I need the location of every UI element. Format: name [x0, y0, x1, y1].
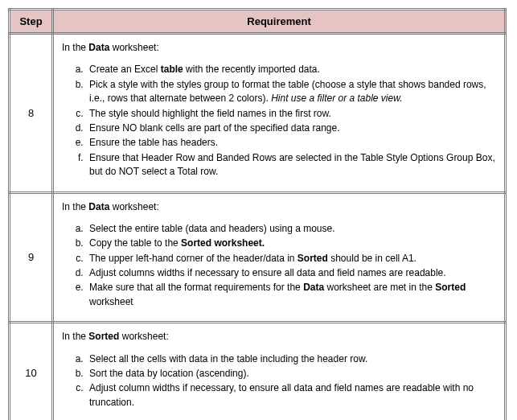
step-number: 8	[10, 34, 53, 193]
requirement-list: Create an Excel table with the recently …	[62, 63, 496, 179]
step-number: 10	[10, 323, 53, 420]
intro-bold: Data	[88, 42, 109, 53]
intro-text: In the	[62, 331, 88, 342]
list-item: Ensure NO blank cells are part of the sp…	[86, 121, 496, 135]
intro-line: In the Data worksheet:	[62, 200, 496, 214]
requirements-table: Step Requirement 8 In the Data worksheet…	[8, 8, 507, 420]
requirement-cell: In the Data worksheet: Create an Excel t…	[53, 34, 506, 193]
list-item: Copy the table to the Sorted worksheet.	[86, 237, 496, 250]
list-item: Create an Excel table with the recently …	[86, 63, 496, 76]
table-row: 9 In the Data worksheet: Select the enti…	[10, 192, 506, 323]
item-bold: Sorted	[297, 253, 328, 264]
list-item: Pick a style with the styles group to fo…	[86, 78, 496, 106]
list-item: Ensure the table has headers.	[86, 136, 496, 150]
intro-text: worksheet:	[119, 331, 168, 342]
intro-bold: Sorted	[88, 331, 119, 342]
requirement-cell: In the Sorted worksheet: Select all the …	[53, 323, 506, 420]
intro-text: worksheet:	[109, 201, 158, 212]
item-text: with the recently imported data.	[183, 64, 320, 75]
requirement-cell: In the Data worksheet: Select the entire…	[53, 192, 506, 323]
list-item: The style should highlight the field nam…	[86, 107, 496, 121]
list-item: Adjust column widths if necessary, to en…	[86, 381, 496, 410]
item-text: Copy the table to the	[89, 237, 181, 249]
item-italic: Hint use a filter or a table view.	[271, 93, 402, 104]
item-text: should be in cell A1.	[328, 253, 416, 264]
item-bold: table	[161, 64, 183, 75]
list-item: Adjust columns widths if necessary to en…	[86, 266, 496, 280]
list-item: Select the entire table (data and header…	[86, 222, 496, 236]
table-row: 10 In the Sorted worksheet: Select all t…	[10, 323, 506, 420]
list-item: Make sure that all the format requiremen…	[86, 281, 496, 309]
intro-bold: Data	[88, 201, 109, 212]
step-number: 9	[10, 192, 53, 323]
intro-text: In the	[62, 201, 88, 212]
item-text: The upper left-hand corner of the header…	[89, 253, 297, 264]
list-item: Ensure that Header Row and Banded Rows a…	[86, 151, 496, 179]
requirement-list: Select the entire table (data and header…	[62, 222, 496, 309]
item-text: worksheet are met in the	[324, 282, 435, 293]
header-requirement: Requirement	[53, 10, 506, 34]
list-item: Sort the data by location (ascending).	[86, 367, 496, 381]
intro-line: In the Data worksheet:	[62, 41, 496, 55]
requirement-list: Select all the cells with data in the ta…	[62, 352, 496, 410]
item-bold: Data	[303, 282, 324, 293]
item-text: Make sure that all the format requiremen…	[89, 282, 303, 293]
item-bold: Sorted worksheet.	[181, 237, 265, 249]
header-step: Step	[10, 10, 53, 34]
intro-line: In the Sorted worksheet:	[62, 330, 496, 344]
item-text: worksheet	[89, 296, 133, 307]
intro-text: worksheet:	[109, 42, 158, 53]
item-bold: Sorted	[435, 282, 466, 293]
table-row: 8 In the Data worksheet: Create an Excel…	[10, 34, 506, 193]
list-item: The upper left-hand corner of the header…	[86, 252, 496, 266]
intro-text: In the	[62, 42, 88, 53]
list-item: Select all the cells with data in the ta…	[86, 352, 496, 366]
item-text: Create an Excel	[89, 64, 161, 75]
